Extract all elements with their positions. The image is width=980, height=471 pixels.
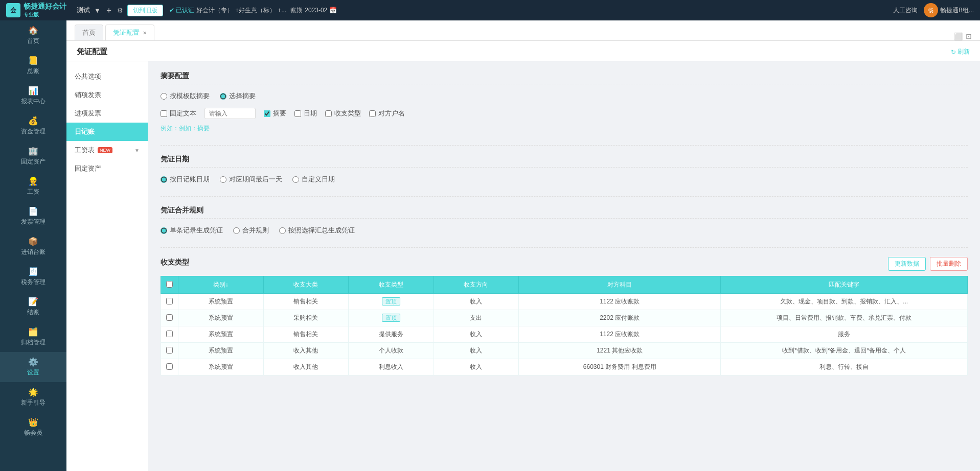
- radio-select-input[interactable]: [220, 93, 226, 100]
- cell-category: 系统预置: [178, 326, 264, 343]
- topbar-dropdown[interactable]: ▼: [94, 7, 101, 14]
- sidebar-label-archive: 归档管理: [21, 338, 45, 347]
- radio-merge[interactable]: 合并规则: [233, 226, 269, 235]
- radio-merge-input[interactable]: [233, 227, 240, 234]
- settings-icon[interactable]: ⚙: [117, 7, 123, 14]
- page-header: 凭证配置 ↻ 刷新: [66, 41, 980, 61]
- sidebar-label-salary: 工资: [27, 187, 39, 196]
- reports-icon: 📊: [28, 86, 38, 96]
- left-nav-payroll[interactable]: 工资表 NEW ▼: [66, 141, 148, 159]
- voucher-date-title: 凭证日期: [161, 155, 968, 168]
- checkbox-expense-type[interactable]: 收支类型: [325, 109, 361, 118]
- radio-summary[interactable]: 按照选择汇总生成凭证: [279, 226, 355, 235]
- voucher-date-section: 凭证日期 按日记账日期 对应期间最后一天 自定义日期: [161, 155, 968, 184]
- radio-summary-input[interactable]: [279, 227, 286, 234]
- tag-2: +好生意（标）: [235, 6, 276, 15]
- tab-close-icon[interactable]: ✕: [143, 30, 147, 36]
- update-data-button[interactable]: 更新数据: [888, 257, 926, 271]
- checkbox-fixed-text[interactable]: 固定文本: [161, 109, 196, 118]
- period: 账期 2023-02 📅: [290, 6, 337, 15]
- header-type: 收支类型: [349, 276, 434, 294]
- cell-keywords: 项目、日常费用、报销款、车费、承兑汇票、付款: [721, 310, 968, 326]
- checkbox-fixed-text-input[interactable]: [161, 110, 167, 117]
- sidebar-item-closing[interactable]: 📝 结账: [0, 292, 66, 322]
- checkbox-summary-input[interactable]: [264, 110, 270, 117]
- sidebar-item-reports[interactable]: 📊 报表中心: [0, 81, 66, 111]
- switch-version-button[interactable]: 切到旧版: [127, 5, 163, 16]
- cell-direction: 收入: [434, 359, 519, 375]
- radio-custom-date[interactable]: 自定义日期: [292, 175, 335, 184]
- left-nav-public[interactable]: 公共选项: [66, 67, 148, 86]
- income-expense-title: 收支类型: [161, 258, 189, 270]
- row-checkbox[interactable]: [161, 359, 178, 375]
- top-tag: 置顶: [382, 297, 400, 305]
- header-account: 对方科目: [519, 276, 721, 294]
- sidebar-item-salary[interactable]: 👷 工资: [0, 171, 66, 201]
- sidebar-item-settings[interactable]: ⚙️ 设置: [0, 352, 66, 382]
- sidebar-item-assets[interactable]: 🏢 固定资产: [0, 141, 66, 171]
- row-checkbox[interactable]: [161, 294, 178, 310]
- radio-custom-date-input[interactable]: [292, 176, 299, 183]
- radio-single-input[interactable]: [161, 227, 167, 234]
- radio-single[interactable]: 单条记录生成凭证: [161, 226, 223, 235]
- checkbox-summary[interactable]: 摘要: [264, 109, 286, 118]
- table-row: 系统预置 收入其他 个人收款 收入 1221 其他应收款 收到*借款、收到*备用…: [161, 343, 968, 359]
- radio-journal-date-input[interactable]: [161, 176, 167, 183]
- tab-home[interactable]: 首页: [75, 25, 103, 40]
- checkbox-date[interactable]: 日期: [294, 109, 317, 118]
- top-tag: 置顶: [382, 314, 400, 322]
- consult-link[interactable]: 人工咨询: [893, 6, 918, 15]
- left-nav-purchase-invoice[interactable]: 进项发票: [66, 104, 148, 123]
- sidebar-item-archive[interactable]: 🗂️ 归档管理: [0, 322, 66, 352]
- sidebar-label-sales: 进销台账: [21, 248, 45, 256]
- radio-template-input[interactable]: [161, 93, 167, 100]
- row-checkbox[interactable]: [161, 326, 178, 343]
- batch-delete-button[interactable]: 批量删除: [930, 257, 968, 271]
- refresh-button[interactable]: ↻ 刷新: [951, 48, 970, 56]
- left-nav-journal[interactable]: 日记账: [66, 123, 148, 141]
- income-expense-table: 类别↓ 收支大类 收支类型 收支方向 对方科目 匹配关键字 系统预置: [161, 276, 968, 375]
- row-checkbox[interactable]: [161, 343, 178, 359]
- sidebar-item-sales[interactable]: 📦 进销台账: [0, 231, 66, 262]
- radio-template[interactable]: 按模板版摘要: [161, 91, 210, 101]
- sidebar-item-tax[interactable]: 🧾 税务管理: [0, 262, 66, 292]
- sidebar-item-guide[interactable]: 🌟 新手引导: [0, 382, 66, 412]
- select-all-checkbox[interactable]: [166, 281, 173, 288]
- tab-bar: 首页 凭证配置 ✕ ⬜ ⊡: [66, 20, 980, 41]
- row-checkbox[interactable]: [161, 310, 178, 326]
- tab-voucher-config[interactable]: 凭证配置 ✕: [105, 25, 154, 40]
- radio-select[interactable]: 选择摘要: [220, 91, 256, 101]
- radio-select-label: 选择摘要: [229, 91, 256, 101]
- settings-sidebar-icon: ⚙️: [28, 357, 38, 367]
- fixed-text-input[interactable]: [204, 108, 256, 119]
- sidebar-item-home[interactable]: 🏠 首页: [0, 20, 66, 51]
- radio-journal-date[interactable]: 按日记账日期: [161, 175, 210, 184]
- minimize-icon[interactable]: ⬜: [954, 32, 963, 40]
- checkbox-date-input[interactable]: [294, 110, 301, 117]
- checkbox-counterparty-input[interactable]: [369, 110, 376, 117]
- logo-text: 畅捷通好会计: [24, 2, 66, 11]
- sidebar-item-invoice[interactable]: 📄 发票管理: [0, 201, 66, 231]
- salary-icon: 👷: [28, 176, 38, 186]
- left-nav-sales-invoice[interactable]: 销项发票: [66, 86, 148, 104]
- cell-keywords: 欠款、现金、项目款、到款、报销款、汇入、...: [721, 294, 968, 310]
- sidebar-label-closing: 结账: [27, 308, 39, 317]
- radio-last-day[interactable]: 对应期间最后一天: [220, 175, 282, 184]
- sidebar-item-funds[interactable]: 💰 资金管理: [0, 111, 66, 141]
- maximize-icon[interactable]: ⊡: [966, 32, 972, 40]
- add-icon[interactable]: ＋: [105, 5, 113, 16]
- cell-keywords: 利息、行转、接自: [721, 359, 968, 375]
- home-icon: 🏠: [28, 26, 38, 35]
- radio-last-day-input[interactable]: [220, 176, 226, 183]
- cell-direction: 收入: [434, 343, 519, 359]
- cell-category: 系统预置: [178, 310, 264, 326]
- checkbox-expense-type-input[interactable]: [325, 110, 332, 117]
- summary-label: 摘要: [273, 109, 286, 118]
- sidebar-item-member[interactable]: 👑 畅会员: [0, 412, 66, 442]
- checkbox-counterparty[interactable]: 对方户名: [369, 109, 405, 118]
- left-nav-fixed-assets[interactable]: 固定资产: [66, 159, 148, 178]
- header-keywords: 匹配关键字: [721, 276, 968, 294]
- income-expense-section: 收支类型 更新数据 批量删除 类别↓: [161, 257, 968, 375]
- sidebar-item-ledger[interactable]: 📒 总账: [0, 51, 66, 81]
- sidebar-label-invoice: 发票管理: [21, 218, 45, 226]
